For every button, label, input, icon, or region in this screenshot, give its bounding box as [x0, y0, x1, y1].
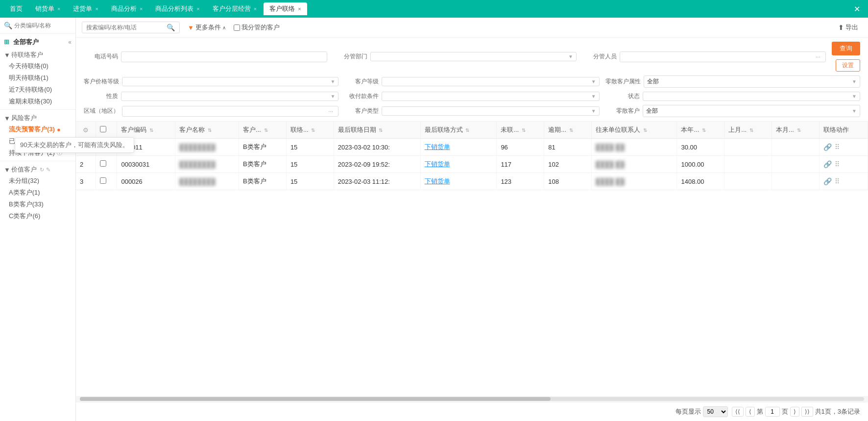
sidebar-item-today-contact[interactable]: 今天待联络(0) — [0, 60, 75, 72]
filter-select-payment[interactable]: ▼ — [382, 92, 599, 101]
refresh-icon-value[interactable]: ↻ — [40, 167, 44, 173]
filter-select-price-level[interactable]: ▼ — [122, 77, 338, 86]
col-last-contact-date[interactable]: 最后联络日期 ⇅ — [334, 122, 420, 139]
nav-tab-purchaseorder[interactable]: 进货单 × — [67, 2, 104, 15]
edit-icon-value[interactable]: ✎ — [46, 167, 50, 173]
last-page-button[interactable]: ⟩⟩ — [801, 407, 813, 417]
filter-select-status[interactable]: ▼ — [643, 92, 860, 101]
next-page-button[interactable]: ⟩ — [790, 407, 799, 417]
col-this-month[interactable]: 本月... ⇅ — [772, 122, 820, 139]
col-last-month[interactable]: 上月... ⇅ — [724, 122, 772, 139]
cell-checkbox[interactable] — [96, 156, 117, 173]
close-tab-productlist[interactable]: × — [196, 6, 199, 12]
first-page-button[interactable]: ⟨⟨ — [732, 407, 744, 417]
action-link-icon[interactable]: 🔗 — [823, 177, 832, 185]
sidebar-all-customers[interactable]: ⊞ 全部客户 « — [0, 34, 75, 49]
filter-select-zero-customer[interactable]: 全部 ▼ — [643, 105, 860, 117]
filter-select-nature[interactable]: ▼ — [121, 92, 338, 101]
filter-select-region[interactable]: ··· — [122, 106, 338, 117]
action-more-icon[interactable]: ⠿ — [835, 160, 840, 168]
filter-select-dept[interactable]: ▼ — [370, 52, 577, 61]
sidebar-group-value[interactable]: ▼ 价值客户 ↻ ✎ — [0, 163, 75, 175]
sidebar-item-overdue-contact[interactable]: 逾期未联络(30) — [0, 96, 75, 107]
close-tab-salesorder[interactable]: × — [57, 6, 60, 12]
page-number-input[interactable] — [765, 407, 780, 417]
more-btn-region[interactable]: ··· — [326, 108, 335, 115]
cell-unit-contact: ████ ██ — [591, 139, 677, 156]
col-overdue[interactable]: 逾期... ⇅ — [544, 122, 592, 139]
filter-select-customer-level[interactable]: ▼ — [382, 77, 599, 86]
action-link-icon[interactable]: 🔗 — [823, 160, 832, 168]
nav-tab-customerlayer[interactable]: 客户分层经营 × — [207, 2, 263, 15]
close-tab-customercontact[interactable]: × — [298, 6, 301, 12]
cell-last-method[interactable]: 下销货单 — [420, 173, 497, 190]
nav-tab-productlist[interactable]: 商品分析列表 × — [149, 2, 205, 15]
table-row: 3 000026 ████████ B类客户 15 2023-02-03 11:… — [76, 173, 868, 190]
sidebar-item-class-a[interactable]: A类客户(1) — [0, 187, 75, 198]
nav-tab-salesorder[interactable]: 销货单 × — [29, 2, 66, 15]
close-tab-customerlayer[interactable]: × — [254, 6, 257, 12]
col-settings[interactable]: ⚙ — [76, 122, 96, 139]
horizontal-scrollbar[interactable] — [76, 396, 868, 402]
action-more-icon[interactable]: ⠿ — [835, 177, 840, 185]
query-button[interactable]: 查询 — [832, 42, 860, 55]
col-code[interactable]: 客户编码 ⇅ — [117, 122, 175, 139]
search-input-wrap[interactable]: 🔍 — [82, 22, 180, 33]
close-tab-productanalysis[interactable]: × — [140, 6, 143, 12]
zero-customer-caret: ▼ — [852, 108, 857, 114]
nav-tab-productanalysis[interactable]: 商品分析 × — [105, 2, 148, 15]
sidebar-item-class-b[interactable]: B类客户(33) — [0, 198, 75, 210]
close-tab-purchaseorder[interactable]: × — [95, 6, 98, 12]
sort-icon-this-month: ⇅ — [797, 127, 801, 133]
filter-select-zero-attr[interactable]: 全部 ▼ — [644, 75, 860, 88]
cell-last-method[interactable]: 下销货单 — [420, 139, 497, 156]
cell-level: B类客户 — [239, 156, 287, 173]
filter-field-price-level: 客户价格等级 ▼ — [84, 77, 338, 86]
filter-select-customer-type[interactable]: ▼ — [382, 106, 599, 116]
sidebar-item-class-c[interactable]: C类客户(6) — [0, 210, 75, 222]
col-name[interactable]: 客户名称 ⇅ — [175, 122, 239, 139]
action-more-icon[interactable]: ⠿ — [835, 143, 840, 151]
col-last-contact-method[interactable]: 最后联络方式 ⇅ — [420, 122, 497, 139]
export-button[interactable]: ⬆ 导出 — [834, 22, 862, 33]
cell-last-method[interactable]: 下销货单 — [420, 156, 497, 173]
customer-type-caret: ▼ — [591, 108, 596, 114]
sidebar-item-ungrouped[interactable]: 未分组(32) — [0, 175, 75, 187]
prev-page-button[interactable]: ⟨ — [746, 407, 755, 417]
per-page-dropdown[interactable]: 50 20 100 — [703, 406, 728, 417]
col-level[interactable]: 客户... ⇅ — [239, 122, 287, 139]
sidebar-group-risk[interactable]: ▼ 风险客户 — [0, 112, 75, 124]
filter-input-phone[interactable] — [121, 51, 327, 62]
search-input[interactable] — [86, 24, 165, 31]
window-close-button[interactable]: ✕ — [850, 4, 864, 14]
filter-select-person[interactable]: ··· — [620, 51, 826, 62]
sidebar-search-input[interactable] — [14, 22, 76, 29]
cell-checkbox[interactable] — [96, 173, 117, 190]
nav-tab-customercontact[interactable]: 客户联络 × — [264, 2, 307, 15]
customers-table: ⚙ 客户编码 ⇅ 客户名称 ⇅ — [76, 122, 868, 190]
settings-button[interactable]: 设置 — [836, 59, 860, 72]
more-filters-button[interactable]: ▼ 更多条件 ∧ — [184, 22, 230, 33]
my-customers-checkbox[interactable] — [234, 25, 240, 31]
sidebar-item-tomorrow-contact[interactable]: 明天待联络(1) — [0, 72, 75, 84]
sidebar-group-pending[interactable]: ▼ 待联络客户 — [0, 49, 75, 60]
payment-caret: ▼ — [591, 94, 596, 99]
col-unit-contact[interactable]: 往来单位联系人 ⇅ — [591, 122, 677, 139]
col-this-year[interactable]: 本年... ⇅ — [677, 122, 724, 139]
sidebar-item-7day-contact[interactable]: 近7天待联络(0) — [0, 84, 75, 96]
grid-icon: ⊞ — [4, 38, 9, 46]
select-all-checkbox[interactable] — [100, 126, 106, 132]
search-icon[interactable]: 🔍 — [167, 24, 175, 31]
sort-icon-last-date: ⇅ — [379, 127, 383, 133]
action-link-icon[interactable]: 🔗 — [823, 143, 832, 151]
col-not-contacted[interactable]: 未联... ⇅ — [497, 122, 544, 139]
more-btn-person[interactable]: ··· — [814, 53, 822, 60]
my-customers-checkbox-label[interactable]: 我分管的客户 — [234, 23, 280, 32]
filter-row-1: 电话号码 分管部门 ▼ 分管人员 ··· — [84, 42, 860, 72]
col-contact[interactable]: 联络... ⇅ — [286, 122, 334, 139]
scrollbar-thumb[interactable] — [80, 397, 551, 401]
sidebar-item-churn-warning[interactable]: 流失预警客户(3) ● — [0, 124, 75, 135]
col-checkbox[interactable] — [96, 122, 117, 139]
nav-home[interactable]: 首页 — [4, 2, 28, 15]
table-settings-icon[interactable]: ⚙ — [83, 126, 89, 134]
